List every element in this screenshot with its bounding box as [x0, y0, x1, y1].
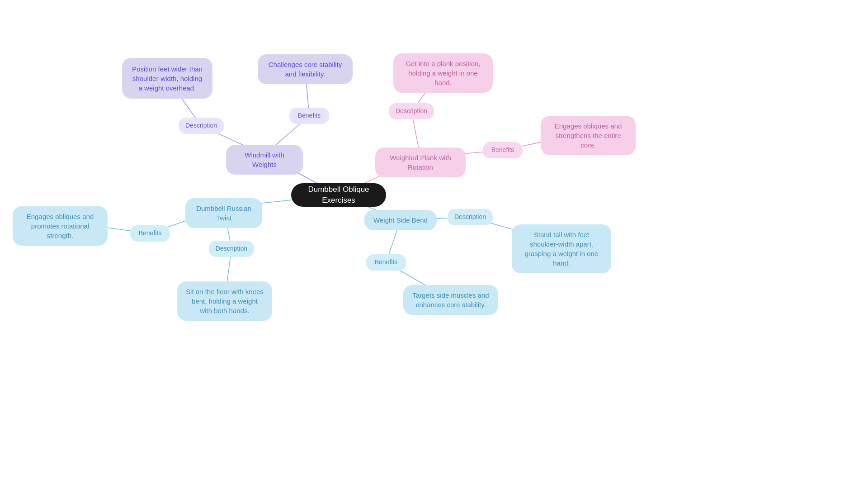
mind-map: Dumbbell Oblique ExercisesWindmill with …	[0, 0, 868, 490]
node-windmill-desc-text[interactable]: Position feet wider than shoulder-width,…	[122, 58, 212, 99]
node-windmill-desc-label[interactable]: Description	[179, 118, 224, 134]
node-russian-twist[interactable]: Dumbbell Russian Twist	[185, 198, 262, 228]
node-side-bend-desc-label[interactable]: Description	[448, 209, 493, 225]
node-side-bend-ben-label[interactable]: Benefits	[366, 254, 406, 271]
node-russian-desc-label[interactable]: Description	[209, 241, 254, 257]
node-side-bend-desc-text[interactable]: Stand tall with feet shoulder-width apar…	[512, 224, 611, 273]
node-plank-desc-label[interactable]: Description	[389, 103, 434, 119]
node-windmill-ben-label[interactable]: Benefits	[289, 108, 329, 124]
node-plank-desc-text[interactable]: Get into a plank position, holding a wei…	[393, 53, 493, 93]
node-windmill-ben-text[interactable]: Challenges core stability and flexibilit…	[258, 54, 353, 84]
center-node[interactable]: Dumbbell Oblique Exercises	[291, 183, 386, 207]
node-russian-ben-label[interactable]: Benefits	[130, 225, 170, 242]
node-side-bend-ben-text[interactable]: Targets side muscles and enhances core s…	[403, 285, 498, 315]
node-side-bend[interactable]: Weight Side Bend	[364, 210, 437, 230]
node-russian-desc-text[interactable]: Sit on the floor with knees bent, holdin…	[177, 281, 272, 321]
node-russian-ben-text[interactable]: Engages obliques and promotes rotational…	[13, 206, 108, 246]
node-plank-ben-text[interactable]: Engages obliques and strengthens the ent…	[541, 116, 636, 155]
node-plank-ben-label[interactable]: Benefits	[483, 142, 523, 158]
node-windmill[interactable]: Windmill with Weights	[226, 145, 303, 175]
node-weighted-plank[interactable]: Weighted Plank with Rotation	[375, 147, 466, 177]
